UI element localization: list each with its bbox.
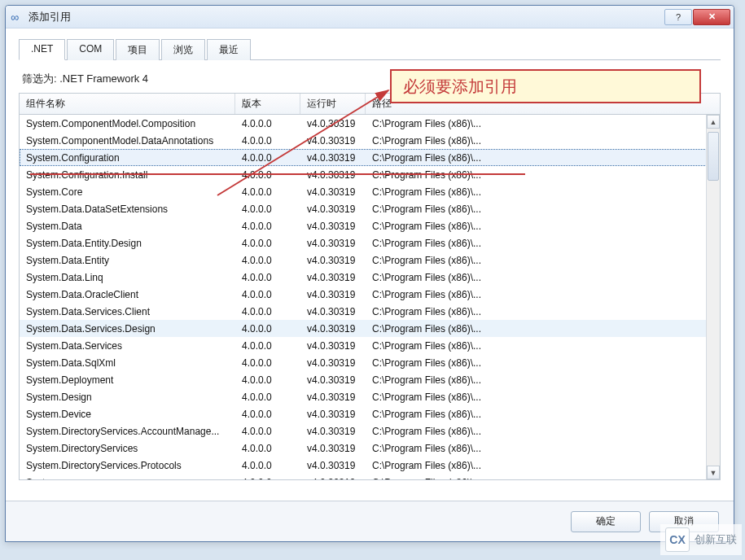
cell-path: C:\Program Files (x86)\... [366,272,720,283]
cell-version: 4.0.0.0 [235,152,300,164]
annotation-underline [30,173,525,175]
table-row[interactable]: System.Data.Entity4.0.0.0v4.0.30319C:\Pr… [20,252,720,269]
col-header-runtime[interactable]: 运行时 [300,94,366,114]
table-row[interactable]: System.Design4.0.0.0v4.0.30319C:\Program… [20,388,720,405]
cell-version: 4.0.0.0 [235,323,300,335]
scroll-thumb[interactable] [708,132,719,181]
tab-net[interactable]: .NET [19,39,65,60]
cell-version: 4.0.0.0 [235,272,300,283]
cell-version: 4.0.0.0 [235,340,300,352]
table-row[interactable]: System4.0.0.0v4.0.30319C:\Program Files … [20,474,720,479]
cell-path: C:\Program Files (x86)\... [366,460,720,471]
tab-com[interactable]: COM [67,39,114,60]
cell-runtime: v4.0.30319 [300,357,366,369]
cell-version: 4.0.0.0 [235,409,300,420]
cell-name: System.DirectoryServices [20,443,235,454]
cell-name: System.ComponentModel.Composition [20,118,235,129]
table-row[interactable]: System.ComponentModel.Composition4.0.0.0… [20,115,720,132]
cell-runtime: v4.0.30319 [300,477,366,480]
table-row[interactable]: System.DirectoryServices.Protocols4.0.0.… [20,457,720,474]
cell-name: System.Data.SqlXml [20,357,235,369]
table-row[interactable]: System.Configuration4.0.0.0v4.0.30319C:\… [20,149,720,166]
cell-runtime: v4.0.30319 [300,221,366,232]
table-row[interactable]: System.Device4.0.0.0v4.0.30319C:\Program… [20,405,720,422]
table-row[interactable]: System.Data.Linq4.0.0.0v4.0.30319C:\Prog… [20,269,720,286]
content-area: .NETCOM项目浏览最近 筛选为: .NET Framework 4 组件名称… [6,28,734,501]
cell-runtime: v4.0.30319 [300,426,366,437]
tab-[interactable]: 最近 [207,39,251,60]
cell-runtime: v4.0.30319 [300,289,366,300]
vertical-scrollbar[interactable]: ▲ ▼ [706,115,720,479]
cell-path: C:\Program Files (x86)\... [366,118,720,129]
table-row[interactable]: System.Data.Services4.0.0.0v4.0.30319C:\… [20,337,720,354]
cell-path: C:\Program Files (x86)\... [366,238,720,249]
table-row[interactable]: System.Data.DataSetExtensions4.0.0.0v4.0… [20,200,720,217]
table-row[interactable]: System.Data.Services.Client4.0.0.0v4.0.3… [20,303,720,320]
cell-path: C:\Program Files (x86)\... [366,221,720,232]
cell-name: System.Configuration [20,152,235,164]
table-row[interactable]: System.Data4.0.0.0v4.0.30319C:\Program F… [20,217,720,234]
cell-version: 4.0.0.0 [235,374,300,386]
col-header-version[interactable]: 版本 [235,94,300,114]
dialog-footer: 确定 取消 [6,501,734,541]
col-header-name[interactable]: 组件名称 [20,94,235,114]
cell-runtime: v4.0.30319 [300,255,366,266]
cell-runtime: v4.0.30319 [300,272,366,283]
table-row[interactable]: System.DirectoryServices4.0.0.0v4.0.3031… [20,440,720,457]
watermark-logo: CX [665,527,690,552]
table-row[interactable]: System.Data.SqlXml4.0.0.0v4.0.30319C:\Pr… [20,354,720,371]
cell-name: System.Data [20,221,235,232]
cell-runtime: v4.0.30319 [300,443,366,454]
cell-version: 4.0.0.0 [235,255,300,266]
cell-name: System.Data.Linq [20,272,235,283]
help-button[interactable]: ? [664,9,692,25]
cell-path: C:\Program Files (x86)\... [366,255,720,266]
cell-name: System.Data.Services.Client [20,306,235,317]
cell-runtime: v4.0.30319 [300,460,366,471]
table-row[interactable]: System.Core4.0.0.0v4.0.30319C:\Program F… [20,183,720,200]
table-row[interactable]: System.Data.Entity.Design4.0.0.0v4.0.303… [20,234,720,252]
cell-path: C:\Program Files (x86)\... [366,409,720,420]
tab-[interactable]: 浏览 [161,39,205,60]
cell-path: C:\Program Files (x86)\... [366,186,720,198]
scroll-down-arrow-icon[interactable]: ▼ [707,466,720,479]
cell-path: C:\Program Files (x86)\... [366,323,720,335]
table-row[interactable]: System.ComponentModel.DataAnnotations4.0… [20,132,720,149]
cell-runtime: v4.0.30319 [300,340,366,352]
ok-button[interactable]: 确定 [571,511,641,532]
cell-path: C:\Program Files (x86)\... [366,289,720,300]
watermark-brand: 创新互联 [695,532,737,547]
tab-strip: .NETCOM项目浏览最近 [19,38,721,60]
cell-path: C:\Program Files (x86)\... [366,357,720,369]
tab-[interactable]: 项目 [116,39,160,60]
table-row[interactable]: System.DirectoryServices.AccountManage..… [20,422,720,440]
cell-name: System.Data.Services [20,340,235,352]
cell-name: System.Data.DataSetExtensions [20,203,235,215]
close-button[interactable]: ✕ [693,9,730,25]
cell-version: 4.0.0.0 [235,460,300,471]
cell-runtime: v4.0.30319 [300,118,366,129]
window-title: 添加引用 [28,10,664,24]
table-row[interactable]: System.Data.Services.Design4.0.0.0v4.0.3… [20,320,720,337]
table-row[interactable]: System.Deployment4.0.0.0v4.0.30319C:\Pro… [20,371,720,388]
cell-path: C:\Program Files (x86)\... [366,306,720,317]
cell-runtime: v4.0.30319 [300,152,366,164]
scroll-up-arrow-icon[interactable]: ▲ [707,115,720,129]
cell-name: System.Data.OracleClient [20,289,235,300]
cell-version: 4.0.0.0 [235,203,300,215]
cell-runtime: v4.0.30319 [300,374,366,386]
app-icon: ∞ [11,11,24,24]
close-icon: ✕ [708,11,716,22]
cell-runtime: v4.0.30319 [300,392,366,403]
cell-name: System.Data.Services.Design [20,323,235,335]
annotation-callout: 必须要添加引用 [390,69,701,103]
cell-version: 4.0.0.0 [235,306,300,317]
scroll-track[interactable] [707,129,720,466]
cell-runtime: v4.0.30319 [300,409,366,420]
cell-version: 4.0.0.0 [235,289,300,300]
cell-name: System.DirectoryServices.AccountManage..… [20,426,235,437]
table-row[interactable]: System.Data.OracleClient4.0.0.0v4.0.3031… [20,286,720,303]
cell-runtime: v4.0.30319 [300,186,366,198]
cell-name: System [20,477,235,480]
cell-name: System.Data.Entity.Design [20,238,235,249]
